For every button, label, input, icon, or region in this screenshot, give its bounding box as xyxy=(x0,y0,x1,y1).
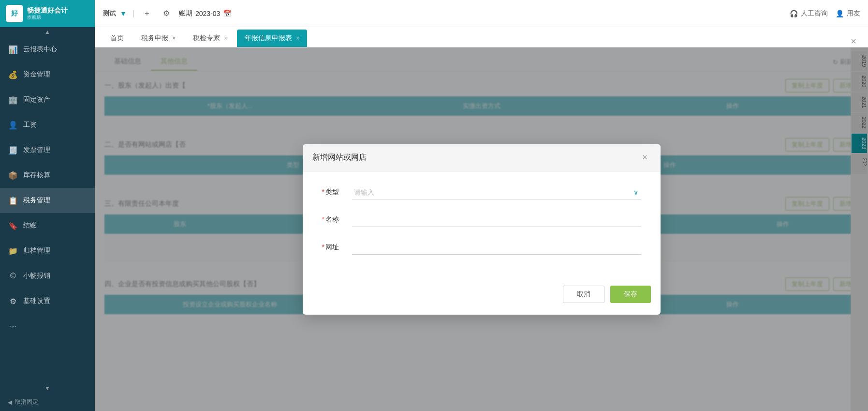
sidebar-item-invoice[interactable]: 🧾 发票管理 xyxy=(0,137,95,163)
tab-annual-close[interactable]: × xyxy=(296,35,299,42)
company-dropdown-icon: ▼ xyxy=(120,10,127,17)
sidebar-item-fund-label: 资金管理 xyxy=(23,70,50,79)
headset-icon: 🎧 xyxy=(790,10,798,17)
add-button[interactable]: + xyxy=(140,7,154,20)
cloud-report-icon: 📊 xyxy=(8,44,18,55)
user-button[interactable]: 👤 用友 xyxy=(836,9,860,18)
logo-subtitle: 旗舰版 xyxy=(27,14,68,21)
sidebar-item-salary-label: 工资 xyxy=(23,121,37,129)
sidebar-item-checkout[interactable]: 🔖 结账 xyxy=(0,213,95,238)
app-logo: 好 畅捷通好会计 旗舰版 xyxy=(0,0,95,27)
modal-close-button[interactable]: × xyxy=(639,152,651,164)
content-area: 基础信息 其他信息 ↻ 刷新 一、股东（发起人）出资【 复制上年度 新增 xyxy=(95,47,868,411)
pin-icon: ◀ xyxy=(8,399,12,406)
type-label: *类型 xyxy=(322,188,346,197)
tab-tax-label: 税务申报 xyxy=(141,34,168,43)
modal-header: 新增网站或网店 × xyxy=(303,144,661,172)
tab-tax[interactable]: 税务申报 × xyxy=(133,30,183,47)
url-input-wrapper xyxy=(352,241,641,255)
sidebar-item-xiaochang[interactable]: © 小畅报销 xyxy=(0,263,95,289)
service-button[interactable]: 🎧 人工咨询 xyxy=(790,9,828,18)
url-required-mark: * xyxy=(322,243,324,251)
sidebar-item-inventory-label: 库存核算 xyxy=(23,171,50,180)
sidebar-item-tax[interactable]: 📋 税务管理 xyxy=(0,188,95,213)
tabs-bar: 首页 税务申报 × 税检专家 × 年报信息申报表 × × xyxy=(95,27,868,47)
calendar-icon[interactable]: 📅 xyxy=(223,10,231,17)
period-display: 账期 2023-03 📅 xyxy=(179,9,231,18)
sidebar-item-tax-label: 税务管理 xyxy=(23,196,50,205)
save-button[interactable]: 保存 xyxy=(610,286,651,303)
name-label-text: 名称 xyxy=(325,215,339,223)
type-label-text: 类型 xyxy=(325,188,339,196)
global-close-icon[interactable]: × xyxy=(847,36,860,47)
sidebar-item-archive-label: 归档管理 xyxy=(23,246,50,255)
user-label: 用友 xyxy=(847,9,860,18)
name-input-wrapper xyxy=(352,213,641,227)
company-selector[interactable]: 测试 ▼ xyxy=(103,9,127,18)
sidebar-item-xiaochang-label: 小畅报销 xyxy=(23,272,50,280)
tax-icon: 📋 xyxy=(8,195,18,206)
modal-body: *类型 ∨ *名称 xyxy=(303,172,661,278)
sidebar-item-cloud-label: 云报表中心 xyxy=(23,45,57,54)
sidebar-item-assets[interactable]: 🏢 固定资产 xyxy=(0,87,95,112)
inventory-icon: 📦 xyxy=(8,170,18,181)
sidebar-scroll-down[interactable]: ▼ xyxy=(0,383,95,393)
name-input[interactable] xyxy=(352,213,641,227)
cancel-button[interactable]: 取消 xyxy=(563,286,604,303)
more-icon: ··· xyxy=(8,321,18,332)
topbar-divider: | xyxy=(132,9,134,18)
sidebar-item-checkout-label: 结账 xyxy=(23,221,37,230)
tab-home-label: 首页 xyxy=(110,34,124,43)
form-row-type: *类型 ∨ xyxy=(322,185,641,199)
type-required-mark: * xyxy=(322,188,324,196)
salary-icon: 👤 xyxy=(8,120,18,130)
modal-title: 新增网站或网店 xyxy=(312,152,367,163)
topbar: 测试 ▼ | + ⚙ 账期 2023-03 📅 🎧 人工咨询 👤 用友 xyxy=(95,0,868,27)
settings-gear-icon[interactable]: ⚙ xyxy=(160,7,173,20)
url-label-text: 网址 xyxy=(325,243,339,251)
tab-annual-label: 年报信息申报表 xyxy=(245,34,292,43)
sidebar-item-assets-label: 固定资产 xyxy=(23,95,50,104)
sidebar-item-fund[interactable]: 💰 资金管理 xyxy=(0,62,95,87)
main-area: 测试 ▼ | + ⚙ 账期 2023-03 📅 🎧 人工咨询 👤 用友 首页 xyxy=(95,0,868,411)
settings-icon: ⚙ xyxy=(8,296,18,306)
sidebar-item-settings[interactable]: ⚙ 基础设置 xyxy=(0,289,95,314)
logo-title: 畅捷通好会计 xyxy=(27,6,68,15)
tab-home[interactable]: 首页 xyxy=(103,30,132,47)
modal-add-website: 新增网站或网店 × *类型 ∨ xyxy=(303,144,661,315)
type-dropdown-icon[interactable]: ∨ xyxy=(631,188,641,196)
topbar-right: 🎧 人工咨询 👤 用友 xyxy=(790,9,860,18)
logo-icon: 好 xyxy=(6,5,23,22)
tab-taxcheck[interactable]: 税检专家 × xyxy=(185,30,235,47)
form-row-url: *网址 xyxy=(322,241,641,255)
sidebar-item-salary[interactable]: 👤 工资 xyxy=(0,112,95,137)
sidebar-item-inventory[interactable]: 📦 库存核算 xyxy=(0,163,95,188)
name-required-mark: * xyxy=(322,215,324,223)
fund-icon: 💰 xyxy=(8,69,18,80)
type-input[interactable] xyxy=(352,185,631,199)
checkout-icon: 🔖 xyxy=(8,220,18,231)
sidebar-item-cloud[interactable]: 📊 云报表中心 xyxy=(0,37,95,62)
period-value: 2023-03 xyxy=(195,10,220,17)
sidebar-pin[interactable]: ◀ 取消固定 xyxy=(0,393,95,411)
tab-taxcheck-label: 税检专家 xyxy=(193,34,220,43)
sidebar-item-more[interactable]: ··· xyxy=(0,314,95,339)
sidebar-nav: 📊 云报表中心 💰 资金管理 🏢 固定资产 👤 工资 🧾 发票管理 📦 库存核算… xyxy=(0,37,95,383)
tab-tax-close[interactable]: × xyxy=(172,35,176,42)
xiaochang-icon: © xyxy=(8,271,18,281)
company-name: 测试 xyxy=(103,9,116,18)
sidebar-item-settings-label: 基础设置 xyxy=(23,297,50,305)
logo-text-wrapper: 畅捷通好会计 旗舰版 xyxy=(27,6,68,21)
sidebar-scroll-up[interactable]: ▲ xyxy=(0,27,95,37)
sidebar-item-archive[interactable]: 📁 归档管理 xyxy=(0,238,95,263)
assets-icon: 🏢 xyxy=(8,94,18,105)
tab-taxcheck-close[interactable]: × xyxy=(224,35,227,42)
tab-global-close[interactable]: × xyxy=(847,36,860,47)
sidebar: 好 畅捷通好会计 旗舰版 ▲ 📊 云报表中心 💰 资金管理 🏢 固定资产 👤 工… xyxy=(0,0,95,411)
url-label: *网址 xyxy=(322,243,346,252)
tab-annual[interactable]: 年报信息申报表 × xyxy=(237,30,307,47)
form-row-name: *名称 xyxy=(322,213,641,227)
service-label: 人工咨询 xyxy=(801,9,828,18)
archive-icon: 📁 xyxy=(8,245,18,256)
url-input[interactable] xyxy=(352,241,641,254)
